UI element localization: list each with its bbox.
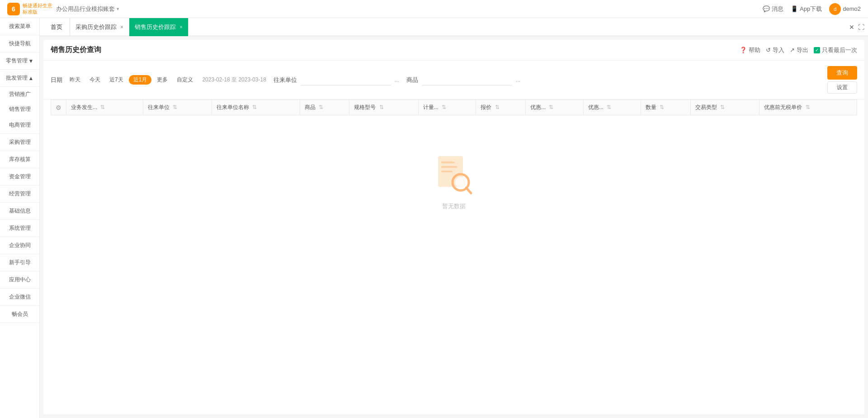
col-spec[interactable]: 规格型号 ⇅ (349, 100, 418, 115)
date-btn-1month[interactable]: 近1月 (129, 75, 152, 85)
col-product[interactable]: 商品 ⇅ (300, 100, 349, 115)
svg-line-6 (466, 188, 471, 193)
message-button[interactable]: 💬 消息 (763, 5, 783, 13)
user-menu-button[interactable]: d demo2 (829, 3, 861, 15)
sidebar-item-retail[interactable]: 零售管理 ▼ (0, 52, 39, 70)
logo: 6 畅捷通好生意 标准版 (7, 3, 52, 15)
chevron-up-icon: ▲ (28, 75, 34, 81)
col-trade-type[interactable]: 交易类型 ⇅ (691, 100, 760, 115)
tab-close-all-icon[interactable]: ✕ (849, 24, 854, 31)
col-biz-date[interactable]: 业务发生... ⇅ (66, 100, 143, 115)
query-button[interactable]: 查询 (827, 66, 857, 80)
settings-button[interactable]: 设置 (827, 81, 857, 94)
tab-sales-history[interactable]: 销售历史价跟踪 × (129, 18, 189, 36)
svg-rect-1 (441, 162, 455, 163)
app-title: 办公用品行业模拟账套 (56, 5, 115, 13)
import-button[interactable]: ↺ 导入 (766, 46, 784, 54)
tab-purchase-history[interactable]: 采购历史价跟踪 × (70, 18, 129, 36)
sidebar-item-guide[interactable]: 新手引导 (0, 254, 39, 271)
col-unit[interactable]: 计量... ⇅ (418, 100, 476, 115)
date-btn-more[interactable]: 更多 (153, 75, 171, 85)
date-btn-7days[interactable]: 近7天 (106, 75, 127, 85)
date-buttons: 昨天 今天 近7天 近1月 更多 自定义 (66, 75, 197, 85)
col-pre-tax-price[interactable]: 优惠前无税单价 ⇅ (760, 100, 857, 115)
import-icon: ↺ (766, 47, 771, 53)
help-button[interactable]: ❓ 帮助 (740, 46, 760, 54)
sidebar-item-operations[interactable]: 经营管理 (0, 185, 39, 203)
page-title-bar: 销售历史价查询 ❓ 帮助 ↺ 导入 ↗ (43, 40, 864, 61)
sidebar-item-basic-info[interactable]: 基础信息 (0, 203, 39, 220)
col-discount2[interactable]: 优惠... ⇅ (583, 100, 641, 115)
date-btn-today[interactable]: 今天 (86, 75, 104, 85)
partner-picker-icon[interactable]: ... (395, 77, 399, 83)
sidebar-item-app-center[interactable]: 应用中心 (0, 271, 39, 289)
avatar: d (829, 3, 841, 15)
tab-home[interactable]: 首页 (43, 18, 70, 36)
sidebar-item-sales-mgmt[interactable]: 销售管理 (0, 102, 39, 117)
date-btn-yesterday[interactable]: 昨天 (66, 75, 84, 85)
logo-text: 畅捷通好生意 标准版 (23, 3, 52, 14)
table-container: ⚙ 业务发生... ⇅ 往来单位 ⇅ 往来单位名称 ⇅ 商品 ⇅ 规格型号 ⇅ … (43, 100, 864, 254)
sidebar-item-ecommerce[interactable]: 电商管理 (0, 117, 39, 134)
chevron-down-icon: ▼ (28, 58, 34, 64)
date-btn-custom[interactable]: 自定义 (173, 75, 197, 85)
sidebar: 搜索菜单 快捷导航 零售管理 ▼ 批发管理 ▲ 营销推广 销售管理 电商管理 采… (0, 18, 40, 418)
sidebar-item-purchase[interactable]: 采购管理 (0, 134, 39, 151)
col-partner-name[interactable]: 往来单位名称 ⇅ (212, 100, 300, 115)
sidebar-item-inventory[interactable]: 库存核算 (0, 151, 39, 168)
help-icon: ❓ (740, 47, 747, 53)
partner-label: 往来单位 (274, 76, 297, 84)
sidebar-item-system[interactable]: 系统管理 (0, 220, 39, 237)
app-title-dropdown-icon[interactable]: ▾ (117, 6, 119, 11)
product-picker-icon[interactable]: ... (516, 77, 520, 83)
svg-rect-3 (441, 171, 453, 172)
sidebar-item-marketing[interactable]: 营销推广 (0, 87, 39, 102)
sidebar-item-finance[interactable]: 资金管理 (0, 168, 39, 185)
export-button[interactable]: ↗ 导出 (790, 46, 808, 54)
export-icon: ↗ (790, 47, 795, 53)
app-title-area: 办公用品行业模拟账套 ▾ (56, 5, 119, 13)
empty-state: 暂无数据 (51, 115, 857, 247)
date-label: 日期 (51, 76, 62, 84)
product-label: 商品 (406, 76, 418, 84)
sidebar-item-wholesale[interactable]: 批发管理 ▲ (0, 70, 39, 87)
partner-input[interactable] (301, 75, 391, 86)
col-partner-code[interactable]: 往来单位 ⇅ (143, 100, 212, 115)
tab-fullscreen-icon[interactable]: ⛶ (858, 24, 864, 31)
only-last-checkbox[interactable]: ✓ (814, 47, 820, 53)
sidebar-item-wechat[interactable]: 企业微信 (0, 289, 39, 306)
col-discount1[interactable]: 优惠... ⇅ (526, 100, 584, 115)
svg-point-5 (455, 177, 466, 188)
col-quantity[interactable]: 数量 ⇅ (641, 100, 691, 115)
tab-sales-history-close[interactable]: × (179, 24, 183, 30)
tab-bar: 首页 采购历史价跟踪 × 销售历史价跟踪 × ✕ ⛶ (40, 18, 868, 36)
message-icon: 💬 (763, 5, 770, 12)
svg-rect-2 (441, 166, 457, 168)
sidebar-item-member[interactable]: 畅会员 (0, 306, 39, 323)
app-download-button[interactable]: 📱 App下载 (791, 5, 822, 13)
download-icon: 📱 (791, 5, 798, 12)
table-settings-icon[interactable]: ⚙ (56, 104, 61, 111)
sidebar-quick-nav[interactable]: 快捷导航 (0, 35, 39, 52)
tab-purchase-history-close[interactable]: × (120, 24, 123, 30)
filter-bar: 日期 昨天 今天 近7天 近1月 更多 自定义 2023-02-18 至 202… (43, 61, 864, 100)
only-last-checkbox-label[interactable]: ✓ 只看最后一次 (814, 46, 857, 54)
data-table: ⚙ 业务发生... ⇅ 往来单位 ⇅ 往来单位名称 ⇅ 商品 ⇅ 规格型号 ⇅ … (51, 100, 857, 115)
product-input[interactable] (422, 75, 512, 86)
logo-icon: 6 (7, 3, 20, 15)
empty-illustration (431, 152, 476, 197)
empty-text: 暂无数据 (442, 202, 466, 210)
col-price[interactable]: 报价 ⇅ (476, 100, 526, 115)
date-range: 2023-02-18 至 2023-03-18 (202, 76, 266, 84)
sidebar-item-enterprise[interactable]: 企业协同 (0, 237, 39, 254)
page-title: 销售历史价查询 (51, 45, 101, 55)
sidebar-search[interactable]: 搜索菜单 (0, 18, 39, 35)
